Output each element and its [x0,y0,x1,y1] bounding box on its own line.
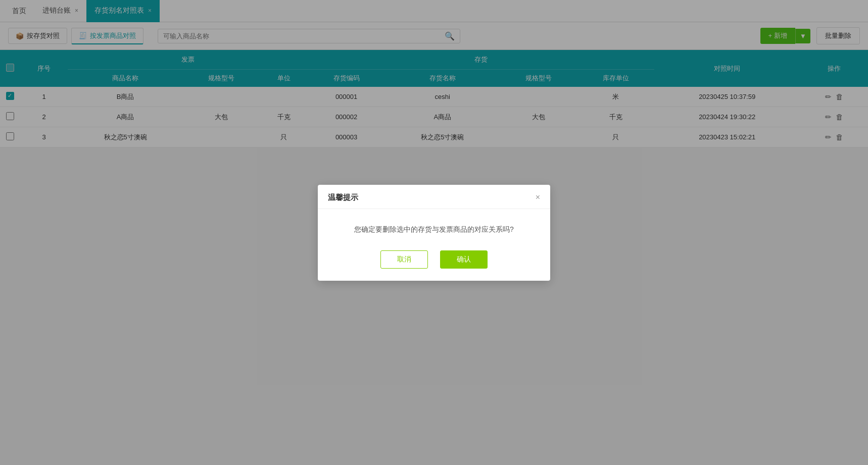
overlay: 温馨提示 × 您确定要删除选中的存货与发票商品的对应关系吗? 取消 确认 [0,0,868,147]
